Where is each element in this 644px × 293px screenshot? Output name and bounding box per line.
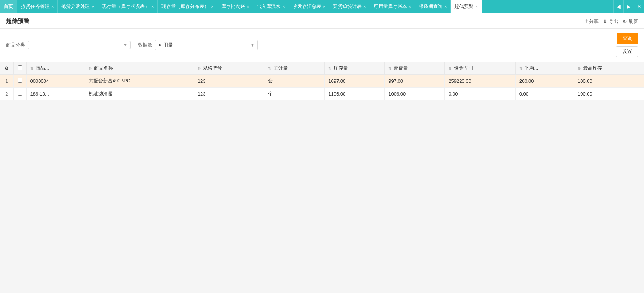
close-icon[interactable]: ×	[51, 4, 54, 9]
sort-icon: ⇅	[388, 66, 391, 70]
close-icon[interactable]: ×	[475, 4, 477, 9]
column-max-stock[interactable]: ⇅ 最高库存	[574, 62, 644, 75]
nav-item-quality[interactable]: 保质期查询 ×	[415, 0, 451, 13]
share-button[interactable]: ⤴ 分享	[585, 18, 599, 25]
refresh-button[interactable]: ↻ 刷新	[623, 18, 638, 25]
row-checkbox[interactable]	[18, 78, 22, 83]
close-icon[interactable]: ×	[363, 4, 366, 9]
header-actions: ⤴ 分享 ⬇ 导出 ↻ 刷新	[585, 18, 638, 25]
avg: 0.00	[515, 88, 574, 100]
column-checkbox	[13, 62, 26, 75]
max-stock: 100.00	[574, 88, 644, 100]
close-icon[interactable]: ×	[151, 4, 154, 9]
nav-item-overstock[interactable]: 超储预警 ×	[451, 0, 482, 13]
close-icon[interactable]: ×	[323, 4, 325, 9]
datasource-filter-group: 数据源 可用量 ▼	[138, 40, 258, 50]
page-title: 超储预警	[6, 18, 29, 25]
column-spec[interactable]: ⇅ 规格型号	[194, 62, 264, 75]
nav-next-button[interactable]: ▶	[623, 0, 634, 13]
nav-item-inout-flow[interactable]: 出入库流水 ×	[253, 0, 289, 13]
export-button[interactable]: ⬇ 导出	[603, 18, 618, 25]
close-icon[interactable]: ×	[247, 4, 249, 9]
nav-item-summary[interactable]: 收发存汇总表 ×	[289, 0, 329, 13]
nav-item-exception[interactable]: 拣货异常处理 ×	[58, 0, 98, 13]
column-product-name[interactable]: ⇅ 商品名称	[85, 62, 194, 75]
column-product-code[interactable]: ⇅ 商品...	[26, 62, 85, 75]
over-stock: 1006.00	[385, 88, 445, 100]
row-number: 1	[0, 75, 13, 88]
row-number: 2	[0, 88, 13, 100]
stock: 1106.00	[325, 88, 385, 100]
column-unit[interactable]: ⇅ 主计量	[264, 62, 325, 75]
sort-icon: ⇅	[268, 66, 271, 70]
export-icon: ⬇	[603, 19, 607, 25]
close-icon[interactable]: ×	[92, 4, 94, 9]
product-name: 机油滤清器	[85, 88, 194, 100]
product-code: 186-10...	[26, 88, 85, 100]
capital: 0.00	[445, 88, 516, 100]
query-button[interactable]: 查询	[617, 33, 638, 44]
spec: 123	[194, 88, 264, 100]
nav-item-task-mgmt[interactable]: 拣货任务管理 ×	[17, 0, 58, 13]
stock: 1097.00	[325, 75, 385, 88]
filter-area: 商品分类 ▼ 数据源 可用量 ▼ 查询 设置	[0, 29, 644, 62]
table-row: 2 186-10... 机油滤清器 123 个 1106.00 1006.00 …	[0, 88, 644, 100]
over-stock: 997.00	[385, 75, 445, 88]
chevron-down-icon: ▼	[123, 43, 127, 47]
column-gear[interactable]: ⚙	[0, 62, 13, 75]
nav-prev-button[interactable]: ◀	[613, 0, 623, 13]
sort-icon: ⇅	[198, 66, 201, 70]
avg: 260.00	[515, 75, 574, 88]
nav-item-batch-account[interactable]: 库存批次账 ×	[217, 0, 253, 13]
nav-item-stock-dist[interactable]: 现存量（库存分布表） ×	[158, 0, 217, 13]
category-filter-group: 商品分类 ▼	[6, 41, 131, 49]
set-button[interactable]: 设置	[616, 46, 638, 57]
table-header-row: ⚙ ⇅ 商品... ⇅ 商品名称 ⇅ 规格型号 ⇅ 主计	[0, 62, 644, 75]
row-checkbox-cell	[13, 75, 26, 88]
nav-item-stock-status[interactable]: 现存量（库存状况表） ×	[98, 0, 158, 13]
nav-arrows: ◀ ▶ ✕	[613, 0, 644, 13]
sort-icon: ⇅	[89, 66, 92, 70]
nav-item-home[interactable]: 首页	[0, 0, 17, 13]
product-name: 六配套新昌490BPG	[85, 75, 194, 88]
close-icon[interactable]: ×	[282, 4, 285, 9]
chevron-down-icon: ▼	[250, 43, 255, 47]
close-icon[interactable]: ×	[409, 4, 411, 9]
column-over-stock[interactable]: ⇅ 超储量	[385, 62, 445, 75]
overstock-table: ⚙ ⇅ 商品... ⇅ 商品名称 ⇅ 规格型号 ⇅ 主计	[0, 62, 644, 100]
column-avg[interactable]: ⇅ 平均...	[515, 62, 574, 75]
sort-icon: ⇅	[328, 66, 331, 70]
column-stock[interactable]: ⇅ 库存量	[325, 62, 385, 75]
datasource-label: 数据源	[138, 42, 152, 48]
unit: 个	[264, 88, 325, 100]
product-code: 0000004	[26, 75, 85, 88]
datasource-select[interactable]: 可用量 ▼	[155, 40, 258, 50]
spec: 123	[194, 75, 264, 88]
share-icon: ⤴	[585, 19, 588, 25]
capital: 259220.00	[445, 75, 516, 88]
sort-icon: ⇅	[449, 66, 451, 70]
sort-icon: ⇅	[30, 66, 33, 70]
table-row: 1 0000004 六配套新昌490BPG 123 套 1097.00 997.…	[0, 75, 644, 88]
category-select[interactable]: ▼	[28, 41, 131, 49]
unit: 套	[264, 75, 325, 88]
datasource-value: 可用量	[158, 42, 173, 48]
category-label: 商品分类	[6, 42, 25, 48]
sort-icon: ⇅	[578, 66, 581, 70]
column-capital[interactable]: ⇅ 资金占用	[445, 62, 516, 75]
nav-item-order-stats[interactable]: 要货单统计表 ×	[329, 0, 370, 13]
close-icon[interactable]: ×	[444, 4, 447, 9]
nav-item-available-stock[interactable]: 可用量库存账本 ×	[370, 0, 415, 13]
filter-right-actions: 查询 设置	[616, 33, 638, 57]
refresh-icon: ↻	[623, 19, 627, 25]
page-header: 超储预警 ⤴ 分享 ⬇ 导出 ↻ 刷新	[0, 13, 644, 29]
nav-close-button[interactable]: ✕	[634, 0, 644, 13]
data-table-container: ⚙ ⇅ 商品... ⇅ 商品名称 ⇅ 规格型号 ⇅ 主计	[0, 62, 644, 100]
max-stock: 100.00	[574, 75, 644, 88]
sort-icon: ⇅	[519, 66, 522, 70]
row-checkbox[interactable]	[18, 91, 22, 96]
close-icon[interactable]: ×	[211, 4, 213, 9]
select-all-checkbox[interactable]	[18, 65, 22, 70]
row-checkbox-cell	[13, 88, 26, 100]
top-navigation: 首页 拣货任务管理 × 拣货异常处理 × 现存量（库存状况表） × 现存量（库存…	[0, 0, 644, 13]
